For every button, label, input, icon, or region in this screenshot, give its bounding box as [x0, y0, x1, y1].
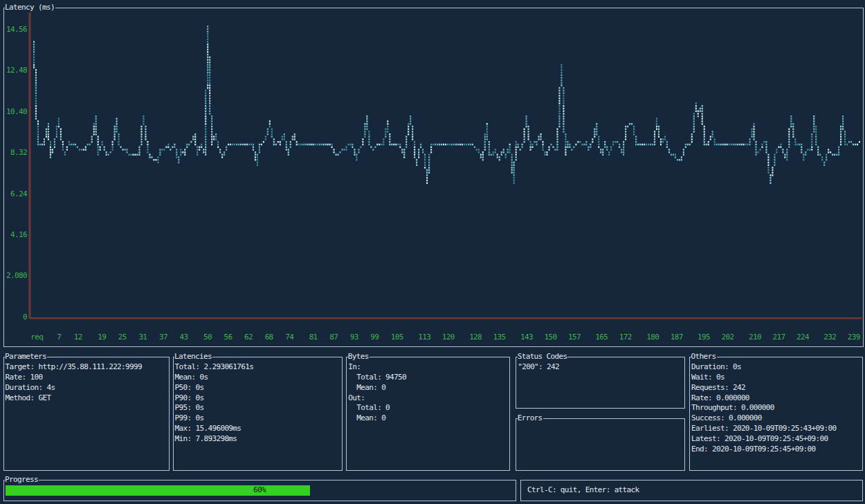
others-content: Duration: 0s Wait: 0s Requests: 242 Rate… [691, 362, 836, 455]
x-axis-label: 50 [203, 333, 212, 342]
x-axis-label: 105 [391, 333, 403, 342]
status-codes-title: Status Codes [518, 352, 568, 362]
x-axis-label: 31 [138, 333, 147, 342]
x-axis-label: 239 [848, 333, 860, 342]
x-axis-label: 19 [98, 333, 106, 342]
x-axis-label: 172 [619, 333, 632, 342]
x-axis-label: 187 [671, 333, 683, 342]
latencies-title: Latencies [174, 352, 212, 362]
x-axis-label: 224 [796, 333, 810, 342]
parameters-content: Target: http://35.88.111.222:9999 Rate: … [6, 362, 142, 403]
y-axis-label: 4.16 [10, 230, 27, 239]
latencies-content: Total: 2.293061761s Mean: 0s P50: 0s P90… [175, 362, 254, 445]
x-axis-label: 165 [595, 333, 608, 342]
x-axis-label: 74 [285, 333, 294, 342]
y-axis-label: 0 [23, 312, 27, 321]
progress-panel: Progress 60% [3, 480, 516, 501]
bytes-content: In: Total: 94750 Mean: 0 Out: Total: 0 M… [348, 362, 406, 424]
x-axis-label: 202 [722, 333, 734, 342]
x-axis-label: 68 [265, 333, 273, 342]
status-codes-panel: Status Codes "200": 242 [516, 357, 685, 409]
x-axis-label: 217 [772, 333, 785, 342]
y-axis-label: 6.24 [10, 189, 28, 198]
x-axis-label: 25 [118, 333, 127, 342]
x-axis-label: req [30, 333, 43, 342]
y-axis-line [29, 12, 31, 319]
x-axis-label: 120 [442, 333, 455, 342]
x-axis-label: 113 [418, 333, 430, 342]
errors-title: Errors [518, 413, 543, 424]
x-axis-label: 12 [74, 333, 82, 342]
y-axis-labels: 14.5612.4810.408.326.244.162.0800 [6, 25, 28, 321]
x-axis-label: 99 [370, 333, 379, 342]
x-axis-line [30, 317, 862, 319]
x-axis-label: 150 [544, 333, 556, 342]
help-panel: Ctrl-C: quit, Enter: attack [520, 480, 863, 501]
x-axis-label: 37 [159, 333, 167, 342]
x-axis-label: 135 [493, 333, 506, 342]
x-axis-label: 157 [568, 333, 581, 342]
x-axis-label: 128 [469, 333, 482, 342]
x-axis-label: 43 [180, 333, 188, 342]
x-axis-label: 143 [520, 333, 533, 342]
x-axis-label: 87 [329, 333, 338, 342]
x-axis-label: 232 [823, 333, 836, 342]
x-axis-label: 81 [309, 333, 318, 342]
help-text: Ctrl-C: quit, Enter: attack [527, 485, 639, 496]
parameters-panel: Parameters Target: http://35.88.111.222:… [3, 357, 170, 471]
x-axis-labels: req7121925313743505662687481879399105113… [30, 333, 860, 342]
x-axis-label: 180 [646, 333, 659, 342]
x-axis-label: 195 [698, 333, 710, 342]
y-axis-label: 10.40 [6, 107, 27, 116]
latencies-panel: Latencies Total: 2.293061761s Mean: 0s P… [173, 357, 343, 471]
bytes-panel: Bytes In: Total: 94750 Mean: 0 Out: Tota… [346, 357, 510, 471]
x-axis-label: 62 [244, 333, 253, 342]
progress-title: Progress [5, 475, 39, 485]
x-axis-label: 7 [57, 333, 61, 342]
others-title: Others [691, 352, 717, 362]
x-axis-label: 93 [350, 333, 358, 342]
parameters-title: Parameters [5, 352, 47, 362]
series-dot-group [33, 44, 860, 184]
latency-series-dots [33, 26, 860, 184]
status-codes-content: "200": 242 [518, 362, 559, 373]
y-axis-label: 2.080 [6, 271, 27, 280]
x-axis-label: 56 [224, 333, 233, 342]
others-panel: Others Duration: 0s Wait: 0s Requests: 2… [689, 357, 863, 471]
progress-percent-label: 60% [6, 485, 513, 496]
y-axis-label: 12.48 [6, 66, 27, 75]
progress-gauge: 60% [6, 485, 513, 496]
errors-panel: Errors [516, 418, 685, 471]
x-axis-label: 210 [749, 333, 761, 342]
series-dot-group [33, 33, 848, 184]
y-axis-label: 8.32 [10, 148, 27, 157]
series-dot-group [33, 26, 852, 176]
y-axis-label: 14.56 [6, 25, 27, 34]
ali-terminal-screen: Latency (ms) 14.5612.4810.408.326.244.16… [0, 0, 865, 504]
series-dot-group [33, 41, 856, 184]
bytes-title: Bytes [348, 352, 370, 362]
